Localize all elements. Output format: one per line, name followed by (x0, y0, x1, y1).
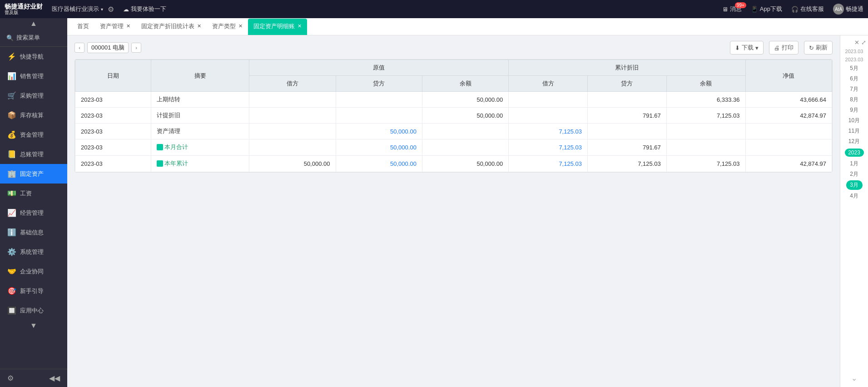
online-service-button[interactable]: 🎧 在线客服 (791, 5, 824, 13)
sidebar-item-operations[interactable]: 📈 经营管理 (0, 203, 67, 223)
sidebar-collapse-icon[interactable]: ◀◀ (49, 374, 60, 382)
quick-nav-icon: ⚡ (7, 52, 16, 61)
timeline-month-11[interactable]: 11月 (848, 126, 860, 136)
table-row: 2023-03资产清理50,000.007,125.03 (75, 124, 832, 139)
timeline-month-3-active[interactable]: 3月 (846, 180, 863, 190)
tab-asset-detail[interactable]: 固定资产明细账 ✕ (248, 19, 307, 35)
finance-icon: 💰 (7, 130, 16, 139)
asset-prev-button[interactable]: ‹ (74, 43, 84, 53)
sidebar-item-basic-info[interactable]: ℹ️ 基础信息 (0, 223, 67, 242)
col-summary: 摘要 (151, 60, 249, 92)
timeline-month-8[interactable]: 8月 (850, 94, 858, 105)
data-table-container: 日期 摘要 原值 累计折旧 净值 借方 贷方 余额 借方 (74, 59, 833, 173)
timeline-scroll-down[interactable]: ⌄ (849, 372, 859, 384)
sidebar-item-guide[interactable]: 🎯 新手引导 (0, 281, 67, 301)
tab-home[interactable]: 首页 (72, 19, 94, 35)
timeline-month-6[interactable]: 6月 (850, 74, 858, 84)
table-row: 2023-03计提折旧50,000.00791.677,125.0342,874… (75, 108, 832, 124)
table-row: 2023-03本月合计50,000.007,125.03791.67 (75, 139, 832, 156)
tab-asset-mgmt[interactable]: 资产管理 ✕ (94, 19, 136, 35)
operations-icon: 📈 (7, 208, 16, 217)
tab-close-asset-detail[interactable]: ✕ (298, 23, 302, 29)
tab-close-depreciation-stat[interactable]: ✕ (197, 23, 201, 29)
tab-asset-type[interactable]: 资产类型 ✕ (207, 19, 248, 35)
sidebar-bottom: ⚙ ◀◀ (0, 369, 67, 387)
purchase-icon: 🛒 (7, 91, 16, 100)
sidebar-item-purchase[interactable]: 🛒 采购管理 (0, 86, 67, 105)
app-download-button[interactable]: 📱 App下载 (751, 5, 782, 13)
sidebar-item-search[interactable]: 🔍 搜索菜单 (0, 29, 67, 47)
download-button[interactable]: ⬇ 下载 ▾ (730, 41, 764, 55)
table-row: 2023-03上期结转50,000.006,333.3643,666.64 (75, 92, 832, 108)
top-bar-right: 🖥 消息 99+ 📱 App下载 🎧 在线客服 AtA 畅捷通 (722, 4, 863, 15)
refresh-icon: ↻ (809, 45, 814, 51)
inventory-icon: 📦 (7, 111, 16, 119)
refresh-button[interactable]: ↻ 刷新 (804, 41, 833, 55)
main-layout: ▲ 🔍 搜索菜单 ⚡ 快捷导航 📊 销售管理 🛒 采购管理 📦 库存核算 💰 资… (0, 18, 868, 387)
timeline-month-7[interactable]: 7月 (850, 84, 858, 94)
tab-close-asset-type[interactable]: ✕ (238, 23, 243, 29)
panel-expand-button[interactable]: ⤢ (861, 39, 866, 46)
panel-close-button[interactable]: ✕ (854, 39, 859, 46)
col-accum-credit: 贷方 (588, 76, 667, 92)
sidebar-settings-icon[interactable]: ⚙ (7, 374, 14, 382)
col-orig-balance: 余额 (422, 76, 508, 92)
sidebar-item-enterprise[interactable]: 🤝 企业协同 (0, 262, 67, 281)
timeline-month-1[interactable]: 1月 (850, 159, 858, 169)
sidebar-item-finance[interactable]: 💰 资金管理 (0, 125, 67, 144)
sidebar-scroll-up[interactable]: ▲ (0, 18, 67, 29)
col-date: 日期 (75, 60, 151, 92)
print-button[interactable]: 🖨 打印 (769, 41, 799, 55)
sidebar-item-payroll[interactable]: 💵 工资 (0, 184, 67, 203)
payroll-icon: 💵 (7, 189, 16, 198)
main-panel: ‹ 000001 电脑 › ⬇ 下载 ▾ 🖨 打印 (67, 35, 840, 387)
phone-icon: 📱 (751, 6, 758, 13)
timeline-month-12[interactable]: 12月 (848, 136, 860, 147)
sales-icon: 📊 (7, 72, 16, 80)
company-selector[interactable]: 医疗器械行业演示 ▾ (52, 5, 103, 13)
col-accum-debit: 借方 (509, 76, 588, 92)
timeline-month-9[interactable]: 9月 (850, 105, 858, 115)
app-logo: 畅捷通好业财 普及版 (5, 3, 43, 16)
fixed-asset-detail-table: 日期 摘要 原值 累计折旧 净值 借方 贷方 余额 借方 (75, 60, 832, 172)
page-content: ‹ 000001 电脑 › ⬇ 下载 ▾ 🖨 打印 (67, 35, 868, 387)
basic-info-icon: ℹ️ (7, 228, 16, 237)
user-menu[interactable]: AtA 畅捷通 (833, 4, 863, 15)
timeline-month-2[interactable]: 2月 (850, 169, 858, 179)
ledger-icon: 📒 (7, 150, 16, 159)
toolbar-row: ‹ 000001 电脑 › ⬇ 下载 ▾ 🖨 打印 (74, 41, 833, 55)
col-accumulated: 累计折旧 (509, 60, 745, 76)
search-icon: 🔍 (6, 35, 14, 41)
timeline-year-2023-top2: 2023.03 (842, 55, 867, 63)
content-area: 首页 资产管理 ✕ 固定资产折旧统计表 ✕ 资产类型 ✕ 固定资产明细账 ✕ (67, 18, 868, 387)
system-icon: ⚙️ (7, 248, 16, 256)
app-center-icon: 🔲 (7, 306, 16, 315)
sidebar: ▲ 🔍 搜索菜单 ⚡ 快捷导航 📊 销售管理 🛒 采购管理 📦 库存核算 💰 资… (0, 18, 67, 387)
timeline-month-5[interactable]: 5月 (850, 63, 858, 74)
sidebar-scroll-down[interactable]: ▼ (0, 320, 67, 331)
tab-close-asset-mgmt[interactable]: ✕ (126, 23, 130, 29)
col-orig-debit: 借方 (249, 76, 336, 92)
experience-button[interactable]: ☁ 我要体验一下 (123, 5, 166, 13)
col-accum-balance: 余额 (666, 76, 745, 92)
download-dropdown-icon: ▾ (755, 45, 759, 51)
timeline-month-10[interactable]: 10月 (848, 115, 860, 126)
print-icon: 🖨 (774, 45, 780, 51)
sidebar-item-ledger[interactable]: 📒 总账管理 (0, 144, 67, 164)
sidebar-item-quick-nav[interactable]: ⚡ 快捷导航 (0, 47, 67, 66)
sidebar-item-system[interactable]: ⚙️ 系统管理 (0, 242, 67, 262)
timeline-month-4[interactable]: 4月 (850, 191, 858, 201)
message-button[interactable]: 🖥 消息 99+ (722, 5, 742, 13)
sidebar-item-sales[interactable]: 📊 销售管理 (0, 66, 67, 86)
guide-icon: 🎯 (7, 287, 16, 295)
sidebar-item-inventory[interactable]: 📦 库存核算 (0, 105, 67, 125)
sidebar-item-app-center[interactable]: 🔲 应用中心 (0, 301, 67, 320)
tab-bar: 首页 资产管理 ✕ 固定资产折旧统计表 ✕ 资产类型 ✕ 固定资产明细账 ✕ (67, 18, 868, 35)
timeline-year-badge-2023[interactable]: 2023 (845, 149, 864, 157)
col-original: 原值 (249, 60, 509, 76)
sidebar-item-fixed-assets[interactable]: 🏢 固定资产 (0, 164, 67, 184)
tab-depreciation-stat[interactable]: 固定资产折旧统计表 ✕ (136, 19, 207, 35)
asset-next-button[interactable]: › (131, 43, 141, 53)
settings-icon[interactable]: ⚙ (108, 5, 114, 14)
col-net: 净值 (745, 60, 832, 92)
